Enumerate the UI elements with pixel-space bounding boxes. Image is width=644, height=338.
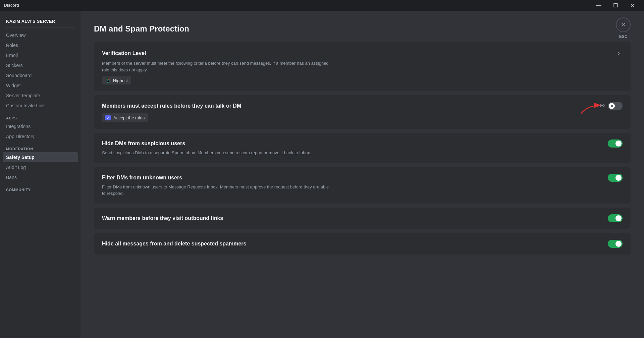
sidebar-divider-top [6,27,74,27]
verification-level-badge[interactable]: 📱 Highest [102,76,131,84]
accept-rules-checkbox[interactable]: ✓ Accept the rules [102,113,148,122]
sidebar-item-label-soundboard: Soundboard [6,73,32,78]
verification-level-value: Highest [113,78,128,83]
sidebar-item-emoji[interactable]: Emoji [3,50,78,60]
sidebar-item-label-audit-log: Audit Log [6,165,26,170]
sidebar-item-label-overview: Overview [6,33,25,38]
toggle-warn-outbound[interactable]: ✓ [608,214,623,222]
minimize-button[interactable]: — [591,0,606,11]
toggle-hide-dms[interactable]: ✓ [608,139,623,148]
setting-card-header-rules: Members must accept rules before they ca… [102,102,623,110]
setting-title-hide-dms: Hide DMs from suspicious users [102,140,185,147]
page-title: DM and Spam Protection [94,24,631,34]
sidebar-item-label-stickers: Stickers [6,63,23,68]
setting-title-warn-outbound: Warn members before they visit outbound … [102,215,223,221]
setting-desc-filter-dms: Filter DMs from unknown users to Message… [102,184,330,197]
checkbox-checked-icon: ✓ [105,115,111,120]
toggle-hide-spammers[interactable]: ✓ [608,240,623,248]
toggle-container-hide-dms: ✓ [608,139,623,148]
server-name: KAZIM ALVI'S SERVER [3,16,78,26]
setting-title-filter-dms: Filter DMs from unknown users [102,175,182,181]
close-button[interactable]: ✕ [625,0,640,11]
rules-toggle-group: 👁 ✕ [599,102,623,110]
setting-card-header-hide-dms: Hide DMs from suspicious users ✓ [102,139,623,148]
sidebar-item-label-integrations: Integrations [6,124,31,129]
setting-card-warn-outbound: Warn members before they visit outbound … [94,208,631,229]
sidebar-item-roles[interactable]: Roles [3,40,78,50]
x-icon: ✕ [610,104,613,108]
maximize-button[interactable]: ❐ [608,0,623,11]
setting-card-header-filter-dms: Filter DMs from unknown users ✓ [102,174,623,182]
setting-card-verification-level: Verification Level › Members of the serv… [94,42,631,91]
sidebar-item-overview[interactable]: Overview [3,30,78,40]
window-controls: — ❐ ✕ [591,0,640,11]
rules-toggle[interactable]: ✕ [608,102,623,110]
titlebar: Discord — ❐ ✕ [0,0,644,11]
main-content: ✕ ESC DM and Spam Protection Verificatio… [80,11,644,338]
setting-card-hide-dms: Hide DMs from suspicious users ✓ Send su… [94,133,631,163]
sidebar-item-soundboard[interactable]: Soundboard [3,70,78,80]
setting-card-header-verification: Verification Level › [102,48,623,58]
sidebar-item-safety-setup[interactable]: Safety Setup [3,152,78,162]
sidebar: KAZIM ALVI'S SERVER Overview Roles Emoji… [0,11,80,338]
esc-label: ESC [619,34,628,39]
toggle-check-warn-outbound: ✓ [619,216,621,220]
setting-title-rules: Members must accept rules before they ca… [102,103,241,109]
setting-desc-verification: Members of the server must meet the foll… [102,60,330,73]
esc-container: ✕ ESC [616,17,631,39]
toggle-check-hide-spammers: ✓ [619,242,621,245]
setting-title-hide-spammers: Hide all messages from and delete suspec… [102,241,246,247]
setting-card-hide-spammers: Hide all messages from and delete suspec… [94,233,631,255]
toggle-check-hide-dms: ✓ [619,142,621,146]
eye-icon[interactable]: 👁 [599,103,605,110]
setting-card-header-hide-spammers: Hide all messages from and delete suspec… [102,240,623,248]
toggle-filter-dms[interactable]: ✓ [608,174,623,182]
sidebar-item-label-roles: Roles [6,43,18,48]
checkbox-label: Accept the rules [113,115,145,120]
section-label-community: COMMUNITY [3,182,78,193]
toggle-container-warn-outbound: ✓ [608,214,623,222]
section-label-moderation: MODERATION [3,142,78,152]
chevron-right-button[interactable]: › [615,48,623,58]
close-button-esc[interactable]: ✕ [616,17,631,32]
toggle-container-filter-dms: ✓ [608,174,623,182]
toggle-container-hide-spammers: ✓ [608,240,623,248]
sidebar-item-label-server-template: Server Template [6,93,40,98]
setting-title-verification: Verification Level [102,50,146,56]
sidebar-item-label-custom-invite-link: Custom Invite Link [6,103,45,108]
sidebar-item-custom-invite-link[interactable]: Custom Invite Link [3,101,78,111]
sidebar-item-app-directory[interactable]: App Directory [3,131,78,142]
sidebar-item-stickers[interactable]: Stickers [3,60,78,70]
sidebar-item-label-bans: Bans [6,175,17,180]
setting-card-header-warn-outbound: Warn members before they visit outbound … [102,214,623,222]
sidebar-item-integrations[interactable]: Integrations [3,121,78,131]
sidebar-item-audit-log[interactable]: Audit Log [3,162,78,172]
setting-desc-hide-dms: Send suspicious DMs to a separate Spam I… [102,150,330,156]
app-body: KAZIM ALVI'S SERVER Overview Roles Emoji… [0,11,644,338]
sidebar-item-bans[interactable]: Bans [3,172,78,182]
sidebar-item-label-app-directory: App Directory [6,134,35,139]
section-label-apps: APPS [3,111,78,121]
sidebar-item-label-widget: Widget [6,83,21,88]
sidebar-item-label-safety-setup: Safety Setup [6,155,35,160]
sidebar-item-label-emoji: Emoji [6,53,18,58]
sidebar-item-server-template[interactable]: Server Template [3,91,78,101]
phone-icon: 📱 [105,78,111,83]
sidebar-item-widget[interactable]: Widget [3,80,78,91]
setting-card-filter-dms: Filter DMs from unknown users ✓ Filter D… [94,167,631,204]
x-toggle-knob: ✕ [609,103,615,109]
toggle-check-filter-dms: ✓ [619,176,621,179]
app-title: Discord [4,3,19,8]
setting-card-accept-rules: Members must accept rules before they ca… [94,95,631,129]
